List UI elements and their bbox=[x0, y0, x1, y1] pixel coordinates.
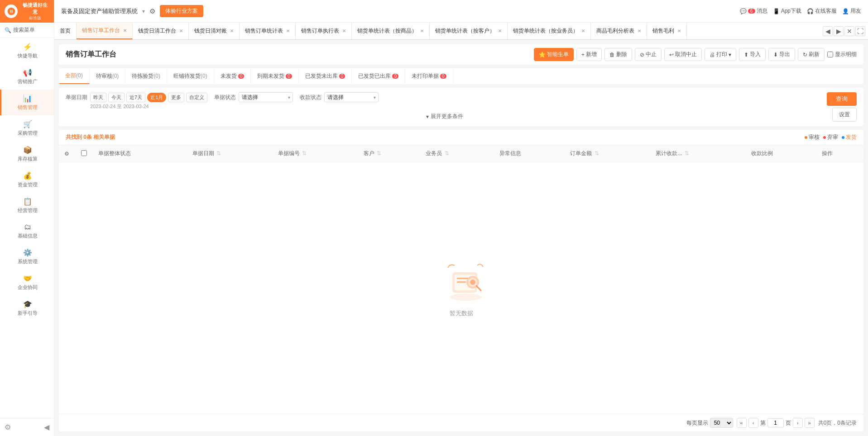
tab-sales-exec[interactable]: 销售订单执行表 ✕ bbox=[296, 23, 352, 39]
message-btn[interactable]: 💬 6 消息 bbox=[740, 7, 767, 15]
tab-close-profit[interactable]: ✕ bbox=[638, 28, 641, 33]
sidebar-item-newbie[interactable]: 🎓 新手引导 bbox=[0, 295, 54, 321]
tab-cash-reconcile[interactable]: 钱货日清对账 ✕ bbox=[189, 23, 240, 39]
show-detail-input[interactable] bbox=[827, 52, 833, 57]
first-page-btn[interactable]: « bbox=[737, 418, 747, 428]
collapse-icon[interactable]: ◀ bbox=[44, 423, 49, 431]
subtab-shipped-out[interactable]: 已发货已出库0 bbox=[352, 69, 405, 84]
sidebar: 畅捷通好生意 标准版 🔍 搜索菜单 ⚡ 快捷导航 📢 营销推广 📊 销售管理 🛒… bbox=[0, 0, 54, 436]
subtab-not-printed[interactable]: 未打印单据0 bbox=[405, 69, 453, 84]
sidebar-item-purchase[interactable]: 🛒 采购管理 bbox=[0, 115, 54, 141]
tab-sales-stat4[interactable]: 销货单统计表（按业务员） ✕ bbox=[508, 23, 591, 39]
subtab-all[interactable]: 全部(0) bbox=[59, 68, 90, 84]
add-btn[interactable]: + 新增 bbox=[576, 48, 602, 61]
export-btn[interactable]: ⬇ 导出 bbox=[768, 48, 795, 61]
next-page-btn[interactable]: › bbox=[793, 418, 803, 428]
finance-icon: 💰 bbox=[23, 171, 32, 180]
tab-close-sales-order[interactable]: ✕ bbox=[123, 28, 127, 33]
date-btn-more[interactable]: 更多 bbox=[168, 93, 184, 102]
tab-home[interactable]: 首页 bbox=[54, 23, 77, 39]
subtab-pending-audit[interactable]: 待审核(0) bbox=[90, 69, 126, 84]
tab-close-sales-huili[interactable]: ✕ bbox=[677, 28, 681, 33]
subtab-expired[interactable]: 到期未发货0 bbox=[251, 69, 299, 84]
sort-collected-icon[interactable]: ⇅ bbox=[685, 150, 689, 156]
delete-btn[interactable]: 🗑 删除 bbox=[604, 48, 632, 61]
audit-dot bbox=[805, 136, 807, 139]
expand-more-btn[interactable]: ▾ 展开更多条件 bbox=[66, 113, 823, 120]
subtab-shipped-not-out-label: 已发货未出库 bbox=[305, 73, 338, 79]
print-btn[interactable]: 🖨 打印 ▾ bbox=[705, 48, 736, 61]
sidebar-item-finance[interactable]: 💰 资金管理 bbox=[0, 167, 54, 193]
filter-payment-select[interactable]: 请选择 bbox=[324, 92, 379, 102]
sidebar-item-baseinfo[interactable]: 🗂 基础信息 bbox=[0, 218, 54, 244]
cancel-audit-btn[interactable]: 弃审 bbox=[823, 133, 838, 141]
message-label: 消息 bbox=[757, 7, 767, 15]
user-btn[interactable]: 👤 用友 bbox=[842, 7, 861, 15]
tab-close-sales-stat4[interactable]: ✕ bbox=[581, 28, 585, 33]
tab-sales-stat2[interactable]: 销货单统计表（按商品） ✕ bbox=[352, 23, 430, 39]
gear-settings-icon[interactable]: ⚙ bbox=[149, 7, 155, 15]
industry-btn[interactable]: 体验行业方案 bbox=[160, 5, 203, 17]
settings-footer-icon[interactable]: ⚙ bbox=[5, 423, 11, 431]
tab-sales-stat[interactable]: 销售订单统计表 ✕ bbox=[240, 23, 296, 39]
tab-prev-btn[interactable]: ◀ bbox=[823, 26, 833, 36]
sidebar-item-inventory[interactable]: 📦 库存核算 bbox=[0, 141, 54, 167]
date-btn-1month[interactable]: 近1月 bbox=[147, 93, 166, 102]
tab-close-sales-stat2[interactable]: ✕ bbox=[420, 28, 424, 33]
sidebar-item-marketing[interactable]: 📢 营销推广 bbox=[0, 64, 54, 90]
select-all-checkbox[interactable] bbox=[81, 150, 87, 156]
tab-sales-huili[interactable]: 销售毛利 ✕ bbox=[647, 23, 687, 39]
tab-close-sales-stat3[interactable]: ✕ bbox=[498, 28, 502, 33]
app-download-btn[interactable]: 📱 App下载 bbox=[773, 7, 801, 15]
sidebar-item-sales[interactable]: 📊 销售管理 bbox=[0, 90, 54, 115]
tab-close-sales-exec[interactable]: ✕ bbox=[342, 28, 346, 33]
set-btn[interactable]: 设置 bbox=[832, 108, 857, 122]
sidebar-item-enterprise[interactable]: 🤝 企业协同 bbox=[0, 270, 54, 295]
last-page-btn[interactable]: » bbox=[805, 418, 815, 428]
tab-next-btn[interactable]: ▶ bbox=[834, 26, 844, 36]
page-number-input[interactable] bbox=[767, 418, 784, 427]
cancel-stop-btn[interactable]: ↩ 取消中止 bbox=[664, 48, 702, 61]
date-btn-today[interactable]: 今天 bbox=[108, 93, 125, 102]
tab-sales-order[interactable]: 销售订单工作台 ✕ bbox=[77, 23, 133, 39]
tab-cash-daily[interactable]: 钱货日清工作台 ✕ bbox=[133, 23, 189, 39]
query-btn[interactable]: 查询 bbox=[827, 92, 857, 106]
tab-close-cash-reconcile[interactable]: ✕ bbox=[230, 28, 234, 33]
show-detail-checkbox[interactable]: 显示明细 bbox=[827, 51, 857, 58]
stop-btn[interactable]: ⊘ 中止 bbox=[635, 48, 662, 61]
date-btn-yesterday[interactable]: 昨天 bbox=[90, 93, 106, 102]
import-btn[interactable]: ⬆ 导入 bbox=[739, 48, 766, 61]
tab-sales-stat3[interactable]: 销货单统计表（按客户） ✕ bbox=[430, 23, 508, 39]
filter-status-select[interactable]: 请选择 bbox=[239, 92, 293, 102]
sidebar-item-quicknav[interactable]: ⚡ 快捷导航 bbox=[0, 38, 54, 64]
page-size-select[interactable]: 50 100 bbox=[710, 418, 733, 428]
search-menu[interactable]: 🔍 搜索菜单 bbox=[0, 23, 54, 38]
refresh-btn[interactable]: ↻ 刷新 bbox=[798, 48, 825, 61]
ship-btn[interactable]: 发货 bbox=[842, 133, 857, 141]
sidebar-item-operations[interactable]: 📋 经营管理 bbox=[0, 193, 54, 218]
sort-amount-icon[interactable]: ⇅ bbox=[595, 150, 599, 156]
smart-order-btn[interactable]: ⭐ 智能生单 bbox=[534, 48, 574, 61]
dropdown-arrow-icon[interactable]: ▾ bbox=[142, 8, 145, 14]
tab-close-cash-daily[interactable]: ✕ bbox=[179, 28, 183, 33]
online-service-btn[interactable]: 🎧 在线客服 bbox=[807, 7, 837, 15]
sort-customer-icon[interactable]: ⇅ bbox=[377, 150, 381, 156]
tab-profit[interactable]: 商品毛利分析表 ✕ bbox=[591, 23, 647, 39]
th-settings[interactable]: ⚙ bbox=[59, 145, 75, 162]
date-btn-custom[interactable]: 自定义 bbox=[186, 93, 207, 102]
tab-close-sales-stat[interactable]: ✕ bbox=[286, 28, 290, 33]
audit-btn[interactable]: 审核 bbox=[805, 133, 820, 141]
subtab-not-shipped[interactable]: 未发货0 bbox=[214, 69, 251, 84]
subtab-shipped-not-out[interactable]: 已发货未出库0 bbox=[299, 69, 352, 84]
date-btn-7days[interactable]: 近7天 bbox=[126, 93, 145, 102]
sort-no-icon[interactable]: ⇅ bbox=[302, 150, 307, 156]
sidebar-item-sysmgmt[interactable]: ⚙️ 系统管理 bbox=[0, 244, 54, 270]
sort-date-icon[interactable]: ⇅ bbox=[216, 150, 221, 156]
subtab-pending-check[interactable]: 待拣验货(0) bbox=[125, 69, 167, 84]
tab-maximize-btn[interactable]: ⛶ bbox=[855, 26, 865, 36]
th-checkbox[interactable] bbox=[75, 145, 93, 162]
tab-close-all-btn[interactable]: ✕ bbox=[844, 26, 854, 36]
sort-salesperson-icon[interactable]: ⇅ bbox=[445, 150, 449, 156]
subtab-wangpu[interactable]: 旺铺待发货(0) bbox=[167, 69, 214, 84]
prev-page-btn[interactable]: ‹ bbox=[748, 418, 758, 428]
